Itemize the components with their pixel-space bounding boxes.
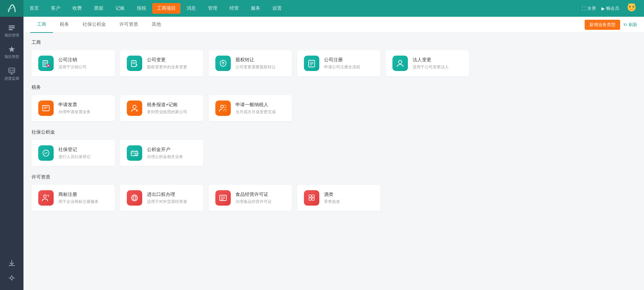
svg-rect-11 [9,70,11,72]
xuke-cards-grid: 商标注册 用于企业商标注册服务 [32,185,636,211]
svg-point-4 [633,7,635,8]
sidebar-label-project-management: 项目管理 [4,33,19,38]
card-info-tax-report: 税务报道+记账 拿到营业执照的新公司 [147,102,197,115]
nav-message[interactable]: 消息 [180,0,202,17]
card-general-taxpayer[interactable]: 申请一般纳税人 当月或次月成变更完成 [209,95,292,121]
card-icon-apply-invoice [38,100,54,116]
card-info-company-change: 公司变更 股权变更外的业务变更 [147,57,197,70]
tab-gongshang[interactable]: 工商 [30,17,53,33]
svg-rect-12 [12,70,14,72]
card-company-cancel[interactable]: 公司注销 适用于注销公司 [32,50,115,76]
nav-service[interactable]: 服务 [245,0,266,17]
svg-rect-10 [9,69,15,70]
refresh-label: 刷新 [629,22,637,28]
card-info-equity-transfer: 股权转让 公司变更需要股权转让 [235,57,285,70]
tab-shebao[interactable]: 社保公积金 [76,17,113,33]
card-title-alcohol: 酒类 [324,192,374,198]
svg-rect-6 [9,27,15,28]
tabs-bar: 工商 税务 社保公积金 许可资质 其他 新增业务类型 ↻ 刷新 [23,17,644,33]
card-trademark[interactable]: 商标注册 用于企业商标注册服务 [32,185,115,211]
svg-point-33 [398,60,402,64]
nav-tax[interactable]: 报税 [131,0,152,17]
gongshang-cards-grid: 公司注销 适用于注销公司 [32,50,636,76]
section-gongshang: 工商 [32,40,636,76]
card-tax-report[interactable]: 税务报道+记账 拿到营业执照的新公司 [120,95,203,121]
card-title-apply-invoice: 申请发票 [58,102,108,108]
card-info-trademark: 商标注册 用于企业商标注册服务 [58,192,108,205]
card-title-company-cancel: 公司注销 [58,57,108,63]
card-shebao-register[interactable]: 社保登记 进行人员社保登记 [32,140,115,166]
sidebar-label-project-type: 项目类型 [4,54,19,59]
card-title-general-taxpayer: 申请一般纳税人 [235,102,285,108]
card-apply-invoice[interactable]: 申请发票 办理申请发票业务 [32,95,115,121]
nav-bookkeeping[interactable]: 记账 [109,0,131,17]
nav-client[interactable]: 客户 [45,0,66,17]
mascot-avatar [625,1,639,15]
nav-operation[interactable]: 经营 [223,0,245,17]
svg-rect-62 [312,198,314,200]
nav-home[interactable]: 首页 [23,0,45,17]
main-layout: 项目管理 项目类型 进度监测 [0,17,644,290]
svg-rect-7 [9,29,13,30]
card-desc-food-license: 办理食品经营许可证 [235,199,285,205]
shuiwu-cards-grid: 申请发票 办理申请发票业务 [32,95,636,121]
card-food-license[interactable]: 食品经营许可证 办理食品经营许可证 [209,185,292,211]
nav-manage[interactable]: 管理 [202,0,223,17]
svg-marker-8 [9,46,15,52]
sidebar-item-project-type[interactable]: 项目类型 [0,42,23,63]
nav-fee[interactable]: 收费 [66,0,88,17]
card-alcohol[interactable]: 酒类 零售批发 [297,185,380,211]
card-import-export[interactable]: 进出口权办理 适用于对外贸易经营者 [120,185,203,211]
card-info-alcohol: 酒类 零售批发 [324,192,374,205]
card-icon-alcohol [304,190,319,206]
tab-shuiwu[interactable]: 税务 [53,17,76,33]
vip-btn[interactable]: ▶ 畅会员 [601,5,619,11]
content-area: 工商 税务 社保公积金 许可资质 其他 新增业务类型 ↻ 刷新 工商 [23,17,644,290]
card-legal-change[interactable]: 法人变更 适用于公司变更法人 [386,50,469,76]
nav-biz[interactable]: 工商项目 [152,3,180,14]
card-info-company-cancel: 公司注销 适用于注销公司 [58,57,108,70]
card-title-shebao-register: 社保登记 [58,147,108,153]
tab-xuke[interactable]: 许可资质 [113,17,145,33]
sidebar-download-btn[interactable] [0,255,23,271]
refresh-button[interactable]: ↻ 刷新 [624,22,637,28]
svg-rect-59 [309,195,311,197]
add-type-button[interactable]: 新增业务类型 [585,20,620,30]
star-icon [8,46,15,53]
svg-point-49 [44,195,46,198]
sidebar-item-project-management[interactable]: 项目管理 [0,20,23,42]
vip-icon: ▶ [601,6,605,11]
card-title-company-register: 公司注册 [324,57,374,63]
card-title-gongjijin-open: 公积金开户 [147,147,197,153]
section-title-xuke: 许可资质 [32,174,636,180]
card-info-food-license: 食品经营许可证 办理食品经营许可证 [235,192,285,205]
svg-point-16 [10,277,13,279]
svg-rect-60 [312,195,314,197]
card-company-change[interactable]: 公司变更 股权变更外的业务变更 [120,50,203,76]
nav-right-actions: ⛶ 全屏 ▶ 畅会员 [582,1,644,15]
card-gongjijin-open[interactable]: 公积金开户 办理公积金相关业务 [120,140,203,166]
card-desc-tax-report: 拿到营业执照的新公司 [147,109,197,115]
card-icon-shebao-register [38,145,54,161]
tabs-actions: 新增业务类型 ↻ 刷新 [585,20,637,30]
card-desc-company-cancel: 适用于注销公司 [58,64,108,70]
card-desc-apply-invoice: 办理申请发票业务 [58,109,108,115]
section-xuke: 许可资质 商标注册 用于企业商标注册服务 [32,174,636,211]
card-company-register[interactable]: 公司注册 申请公司注册全流程 [297,50,380,76]
shebao-cards-grid: 社保登记 进行人员社保登记 [32,140,636,166]
sidebar-location-btn[interactable] [0,271,23,286]
card-desc-alcohol: 零售批发 [324,199,374,205]
fullscreen-btn[interactable]: ⛶ 全屏 [582,5,596,11]
card-icon-equity-transfer [215,56,231,71]
tab-qita[interactable]: 其他 [145,17,168,33]
card-desc-shebao-register: 进行人员社保登记 [58,154,108,160]
card-info-shebao-register: 社保登记 进行人员社保登记 [58,147,108,160]
card-desc-gongjijin-open: 办理公积金相关业务 [147,154,197,160]
nav-ticket[interactable]: 票据 [88,0,109,17]
section-title-shuiwu: 税务 [32,84,636,90]
sidebar-item-progress-monitor[interactable]: 进度监测 [0,63,23,85]
nav-settings[interactable]: 设置 [266,0,288,17]
card-equity-transfer[interactable]: 股权转让 公司变更需要股权转让 [209,50,292,76]
card-desc-equity-transfer: 公司变更需要股权转让 [235,64,285,70]
top-navigation: 首页 客户 收费 票据 记账 报税 工商项目 消息 管理 经营 服务 设置 ⛶ … [0,0,644,17]
